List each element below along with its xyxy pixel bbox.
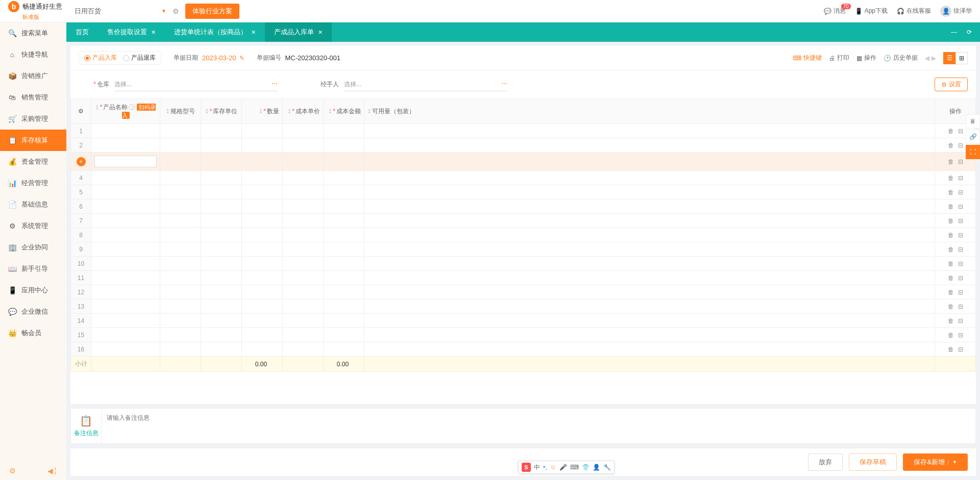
copy-icon[interactable]: ⊟: [958, 332, 963, 339]
cell-product[interactable]: [91, 138, 160, 153]
cell-product[interactable]: [91, 271, 160, 285]
copy-icon[interactable]: ⊟: [958, 346, 963, 353]
table-row[interactable]: 4🗑⊟: [71, 171, 976, 185]
cell-available[interactable]: [364, 153, 935, 171]
cell-amount[interactable]: [324, 228, 364, 242]
cell-amount[interactable]: [324, 257, 364, 271]
user-menu[interactable]: 👤 徐泽华: [940, 6, 972, 17]
cell-spec[interactable]: [160, 242, 201, 257]
online-service-link[interactable]: 🎧 在线客服: [897, 7, 931, 15]
cell-qty[interactable]: [242, 342, 283, 357]
cell-unit[interactable]: [201, 228, 242, 242]
warehouse-input[interactable]: 选择... ⋯: [114, 78, 278, 91]
cell-unit[interactable]: [201, 342, 242, 357]
cell-spec[interactable]: [160, 214, 201, 228]
copy-icon[interactable]: ⊟: [958, 174, 963, 182]
th-available[interactable]: ▲▼可用量（包装）: [364, 99, 935, 124]
cell-price[interactable]: [283, 285, 324, 299]
copy-icon[interactable]: ⊟: [958, 246, 963, 253]
tab-2[interactable]: 进货单统计表（按商品）✕: [165, 22, 265, 42]
cell-qty[interactable]: [242, 285, 283, 299]
cell-spec[interactable]: [160, 328, 201, 342]
cell-price[interactable]: [283, 214, 324, 228]
table-row[interactable]: 1🗑⊟: [71, 124, 976, 138]
gear-icon[interactable]: ⚙: [173, 7, 179, 15]
cell-spec[interactable]: [160, 342, 201, 357]
sidebar-item-8[interactable]: 📄基础信息: [0, 194, 66, 215]
ime-keyboard-icon[interactable]: ⌨: [570, 464, 579, 471]
next-doc-icon[interactable]: ▶: [932, 55, 936, 62]
cell-amount[interactable]: [324, 299, 364, 314]
cell-price[interactable]: [283, 171, 324, 185]
chevron-down-icon[interactable]: ▼: [948, 460, 957, 465]
th-spec[interactable]: ▲▼规格型号: [160, 99, 201, 124]
delete-icon[interactable]: 🗑: [948, 217, 954, 224]
dock-expand-icon[interactable]: ⛶: [966, 145, 980, 159]
delete-icon[interactable]: 🗑: [948, 289, 954, 296]
cell-spec[interactable]: [160, 185, 201, 199]
cell-price[interactable]: [283, 228, 324, 242]
tab-close-icon[interactable]: ✕: [318, 29, 323, 36]
copy-icon[interactable]: ⊟: [958, 142, 963, 149]
cell-product[interactable]: [91, 171, 160, 185]
delete-icon[interactable]: 🗑: [948, 274, 954, 282]
cell-amount[interactable]: [324, 153, 364, 171]
delete-icon[interactable]: 🗑: [948, 232, 954, 239]
cell-unit[interactable]: [201, 153, 242, 171]
dock-link-icon[interactable]: 🔗: [966, 130, 980, 144]
sidebar-item-1[interactable]: ⌂快捷导航: [0, 44, 66, 65]
cell-unit[interactable]: [201, 314, 242, 328]
th-unit-price[interactable]: ▲▼*成本单价: [283, 99, 324, 124]
cell-spec[interactable]: [160, 257, 201, 271]
help-icon[interactable]: ?: [129, 104, 135, 110]
copy-icon[interactable]: ⊟: [958, 289, 963, 296]
delete-icon[interactable]: 🗑: [948, 174, 954, 182]
cell-available[interactable]: [364, 299, 935, 314]
cell-spec[interactable]: [160, 124, 201, 138]
cell-spec[interactable]: [160, 171, 201, 185]
delete-icon[interactable]: 🗑: [948, 332, 954, 339]
cell-product[interactable]: [91, 185, 160, 199]
ime-bar[interactable]: S 中 •, ☺ 🎤 ⌨ 👕 👤 🔧: [518, 461, 615, 474]
copy-icon[interactable]: ⊟: [958, 317, 963, 324]
table-row[interactable]: 15🗑⊟: [71, 328, 976, 342]
cell-available[interactable]: [364, 138, 935, 153]
delete-icon[interactable]: 🗑: [948, 260, 954, 267]
cell-price[interactable]: [283, 124, 324, 138]
cell-amount[interactable]: [324, 314, 364, 328]
cell-available[interactable]: [364, 214, 935, 228]
sidebar-item-9[interactable]: ⚙系统管理: [0, 215, 66, 237]
ime-emoji-icon[interactable]: ☺: [550, 464, 556, 471]
cell-product[interactable]: [91, 328, 160, 342]
delete-icon[interactable]: 🗑: [948, 246, 954, 253]
copy-icon[interactable]: ⊟: [958, 232, 963, 239]
cell-spec[interactable]: [160, 314, 201, 328]
shortcut-link[interactable]: ⌨快捷键: [793, 54, 822, 62]
sidebar-item-7[interactable]: 📊经营管理: [0, 172, 66, 194]
sidebar-item-6[interactable]: 💰资金管理: [0, 151, 66, 172]
cell-spec[interactable]: [160, 299, 201, 314]
print-link[interactable]: 🖨打印: [829, 54, 849, 62]
sidebar-item-12[interactable]: 📱应用中心: [0, 280, 66, 301]
cell-price[interactable]: [283, 199, 324, 214]
ime-skin-icon[interactable]: 👕: [582, 464, 590, 471]
cell-price[interactable]: [283, 342, 324, 357]
cell-qty[interactable]: [242, 314, 283, 328]
table-row[interactable]: 13🗑⊟: [71, 299, 976, 314]
delete-icon[interactable]: 🗑: [948, 203, 954, 210]
cell-qty[interactable]: [242, 257, 283, 271]
cell-price[interactable]: [283, 153, 324, 171]
delete-icon[interactable]: 🗑: [948, 189, 954, 196]
copy-icon[interactable]: ⊟: [958, 128, 963, 135]
delete-icon[interactable]: 🗑: [948, 142, 954, 149]
tab-minimize[interactable]: —: [947, 26, 961, 39]
cell-qty[interactable]: [242, 328, 283, 342]
sidebar-item-11[interactable]: 📖新手引导: [0, 258, 66, 280]
table-row[interactable]: 5🗑⊟: [71, 185, 976, 199]
cell-amount[interactable]: [324, 214, 364, 228]
cell-unit[interactable]: [201, 124, 242, 138]
cell-amount[interactable]: [324, 124, 364, 138]
cell-qty[interactable]: [242, 214, 283, 228]
sidebar-item-3[interactable]: 🛍销售管理: [0, 87, 66, 108]
tab-refresh[interactable]: ⟳: [963, 26, 976, 39]
